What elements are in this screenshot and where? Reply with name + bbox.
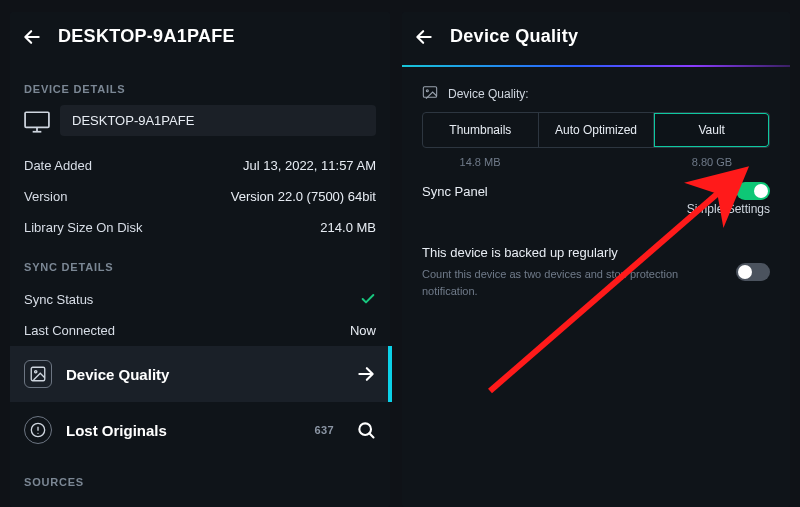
monitor-icon <box>24 111 48 131</box>
device-name-input[interactable]: DESKTOP-9A1PAFE <box>60 105 376 136</box>
device-quality-label: Device Quality: <box>448 87 529 101</box>
value-version: Version 22.0 (7500) 64bit <box>231 189 376 204</box>
segment-vault[interactable]: Vault <box>654 113 769 147</box>
size-auto <box>538 156 654 168</box>
left-header: DESKTOP-9A1PAFE <box>10 12 390 65</box>
backup-subtitle: Count this device as two devices and sto… <box>422 266 722 299</box>
nav-linked-folders[interactable]: Linked Folders 6 FOLDERS <box>10 498 390 507</box>
sync-panel-label: Sync Panel <box>422 184 488 199</box>
row-backup: This device is backed up regularly Count… <box>422 230 770 299</box>
back-arrow-icon[interactable] <box>414 27 434 47</box>
svg-rect-1 <box>25 112 49 127</box>
section-sync-details: SYNC DETAILS <box>10 243 390 283</box>
image-small-icon <box>422 85 438 102</box>
row-version: Version Version 22.0 (7500) 64bit <box>10 181 390 212</box>
nav-device-quality[interactable]: Device Quality <box>10 346 390 402</box>
label-version: Version <box>24 189 67 204</box>
label-last-connected: Last Connected <box>24 323 115 338</box>
backup-title: This device is backed up regularly <box>422 245 722 260</box>
right-header: Device Quality <box>402 12 790 65</box>
value-library-size: 214.0 MB <box>320 220 376 235</box>
nav-device-quality-label: Device Quality <box>66 366 169 383</box>
svg-point-5 <box>35 371 37 373</box>
svg-point-15 <box>426 90 428 92</box>
right-panel: Device Quality Device Quality: Thumbnail… <box>402 12 790 507</box>
sync-panel-toggle[interactable] <box>736 182 770 200</box>
size-thumbnails: 14.8 MB <box>422 156 538 168</box>
nav-lost-originals[interactable]: Lost Originals 637 <box>10 402 390 458</box>
lost-originals-count: 637 <box>314 424 334 436</box>
row-sync-panel: Sync Panel <box>422 168 770 200</box>
label-library-size: Library Size On Disk <box>24 220 142 235</box>
chevron-right-icon <box>356 364 376 384</box>
section-device-details: DEVICE DETAILS <box>10 65 390 105</box>
value-date-added: Jul 13, 2022, 11:57 AM <box>243 158 376 173</box>
section-sources: SOURCES <box>10 458 390 498</box>
check-icon <box>360 291 376 307</box>
svg-point-9 <box>37 433 38 434</box>
backup-toggle[interactable] <box>736 263 770 281</box>
segment-auto-optimized[interactable]: Auto Optimized <box>539 113 655 147</box>
svg-line-11 <box>369 433 373 437</box>
svg-rect-14 <box>423 87 436 98</box>
warning-circle-icon <box>24 416 52 444</box>
segment-sizes: 14.8 MB 8.80 GB <box>422 156 770 168</box>
nav-lost-originals-label: Lost Originals <box>66 422 167 439</box>
label-date-added: Date Added <box>24 158 92 173</box>
row-last-connected: Last Connected Now <box>10 315 390 346</box>
svg-rect-4 <box>31 367 45 381</box>
back-arrow-icon[interactable] <box>22 27 42 47</box>
left-panel-title: DESKTOP-9A1PAFE <box>58 26 235 47</box>
label-sync-status: Sync Status <box>24 292 93 307</box>
value-last-connected: Now <box>350 323 376 338</box>
size-vault: 8.80 GB <box>654 156 770 168</box>
segment-thumbnails[interactable]: Thumbnails <box>423 113 539 147</box>
row-sync-status: Sync Status <box>10 283 390 315</box>
row-date-added: Date Added Jul 13, 2022, 11:57 AM <box>10 150 390 181</box>
quality-segmented-control: Thumbnails Auto Optimized Vault <box>422 112 770 148</box>
device-quality-label-row: Device Quality: <box>422 85 770 102</box>
search-icon[interactable] <box>356 420 376 440</box>
device-name-row: DESKTOP-9A1PAFE <box>10 105 390 150</box>
image-icon <box>24 360 52 388</box>
simple-settings-label[interactable]: Simple Settings <box>422 202 770 216</box>
row-library-size: Library Size On Disk 214.0 MB <box>10 212 390 243</box>
left-panel: DESKTOP-9A1PAFE DEVICE DETAILS DESKTOP-9… <box>10 12 390 507</box>
right-panel-title: Device Quality <box>450 26 578 47</box>
